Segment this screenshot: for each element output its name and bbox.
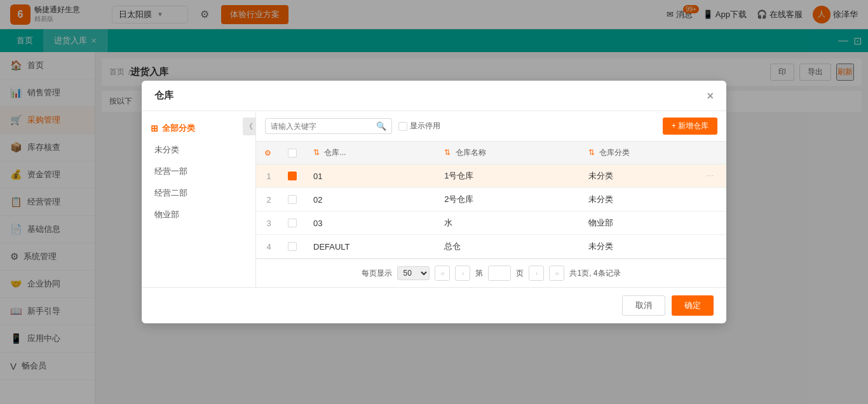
table-row[interactable]: 2 02 2号仓库 未分类 [256, 188, 726, 212]
category-collapse-button[interactable]: 《 [243, 118, 255, 135]
table-row[interactable]: 4 DEFAULT 总仓 未分类 [256, 235, 726, 259]
sort-icon-name: ⇅ [444, 148, 451, 157]
category-item-ops2[interactable]: 经营二部 [142, 182, 255, 204]
row-checkbox-cell [281, 165, 307, 188]
prev-page-button[interactable]: ‹ [455, 266, 470, 281]
category-item-ops1[interactable]: 经营一部 [142, 161, 255, 182]
row-checkbox-cell [281, 188, 307, 212]
all-categories-button[interactable]: ⊞ 全部分类 [142, 118, 255, 139]
category-item-uncategorized[interactable]: 未分类 [142, 139, 255, 161]
show-disabled-checkbox[interactable] [398, 122, 407, 131]
row-name: 总仓 [438, 235, 582, 259]
category-item-property[interactable]: 物业部 [142, 204, 255, 226]
category-panel: ⊞ 全部分类 《 未分类 经营一部 经营二部 物业部 [142, 111, 256, 287]
row-checkbox[interactable] [288, 195, 297, 204]
row-name: 2号仓库 [438, 188, 582, 212]
pagination: 每页显示 50 10 20 100 « ‹ 第 1 页 › » 共1页, 4条记… [256, 259, 726, 287]
th-category: ⇅ 仓库分类 [582, 142, 726, 165]
row-checkbox-cell [281, 235, 307, 259]
modal-body: ⊞ 全部分类 《 未分类 经营一部 经营二部 物业部 [142, 111, 726, 287]
modal-overlay: 仓库 × ⊞ 全部分类 《 未分类 经营一部 经营二部 [0, 0, 868, 404]
modal-header: 仓库 × [142, 81, 726, 111]
total-records: 共1页, 4条记录 [569, 268, 620, 279]
row-code: 01 [307, 165, 438, 188]
row-category: 未分类 ··· [582, 165, 726, 188]
warehouse-modal: 仓库 × ⊞ 全部分类 《 未分类 经营一部 经营二部 [142, 81, 726, 323]
select-all-checkbox[interactable] [288, 149, 297, 158]
row-checkbox[interactable] [288, 242, 297, 251]
row-name: 1号仓库 [438, 165, 582, 188]
page-size-select[interactable]: 50 10 20 100 [397, 266, 430, 280]
row-num: 4 [256, 235, 281, 259]
row-num: 1 [256, 165, 281, 188]
row-checkbox[interactable] [288, 172, 297, 180]
row-actions[interactable]: ··· [707, 170, 714, 180]
modal-close-button[interactable]: × [707, 90, 714, 102]
search-input[interactable] [271, 122, 374, 131]
warehouse-table: ⚙ ⇅ 仓库... ⇅ [256, 142, 726, 259]
data-panel: 🔍 显示停用 + 新增仓库 ⚙ [256, 111, 726, 287]
row-code: DEFAULT [307, 235, 438, 259]
modal-footer: 取消 确定 [142, 287, 726, 323]
row-category: 物业部 [582, 212, 726, 235]
modal-title: 仓库 [154, 90, 173, 102]
row-category: 未分类 [582, 235, 726, 259]
th-settings: ⚙ [256, 142, 281, 165]
show-disabled-label[interactable]: 显示停用 [398, 121, 440, 131]
data-toolbar: 🔍 显示停用 + 新增仓库 [256, 111, 726, 142]
row-checkbox-cell [281, 212, 307, 235]
settings-th-icon: ⚙ [264, 149, 271, 158]
grid-icon: ⊞ [151, 123, 158, 133]
row-checkbox[interactable] [288, 219, 297, 227]
th-code: ⇅ 仓库... [307, 142, 438, 165]
row-code: 03 [307, 212, 438, 235]
add-warehouse-button[interactable]: + 新增仓库 [663, 118, 717, 135]
next-page-button[interactable]: › [529, 266, 544, 281]
cancel-button[interactable]: 取消 [622, 295, 665, 316]
table-header-row: ⚙ ⇅ 仓库... ⇅ [256, 142, 726, 165]
table-row[interactable]: 1 01 1号仓库 未分类 ··· [256, 165, 726, 188]
row-name: 水 [438, 212, 582, 235]
row-num: 2 [256, 188, 281, 212]
first-page-button[interactable]: « [435, 266, 450, 281]
row-num: 3 [256, 212, 281, 235]
confirm-button[interactable]: 确定 [672, 295, 714, 316]
search-input-wrap: 🔍 [265, 118, 392, 134]
row-category: 未分类 [582, 188, 726, 212]
th-checkbox [281, 142, 307, 165]
th-name: ⇅ 仓库名称 [438, 142, 582, 165]
page-number-input[interactable]: 1 [488, 266, 511, 281]
last-page-button[interactable]: » [549, 266, 564, 281]
row-code: 02 [307, 188, 438, 212]
sort-icon-category: ⇅ [588, 148, 595, 157]
table-row[interactable]: 3 03 水 物业部 [256, 212, 726, 235]
search-icon[interactable]: 🔍 [376, 121, 386, 131]
sort-icon-code: ⇅ [313, 148, 320, 157]
